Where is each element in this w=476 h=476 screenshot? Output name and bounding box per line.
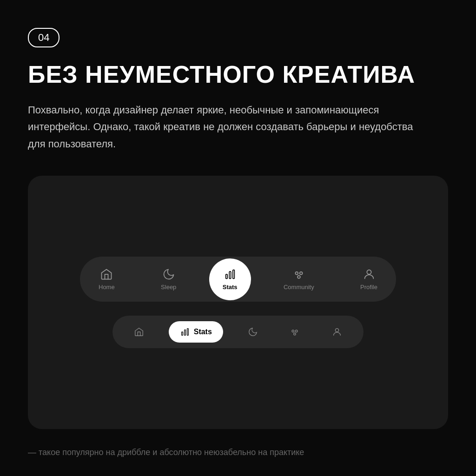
tab2-community[interactable]: [282, 321, 307, 343]
badge-label: 04: [38, 32, 49, 44]
svg-rect-7: [181, 332, 183, 335]
home-icon-2: [134, 327, 144, 337]
community-icon-2: [290, 327, 300, 337]
tab-bar-1: Home Sleep Stats: [80, 257, 396, 302]
moon-icon: [162, 268, 175, 281]
svg-point-4: [300, 272, 303, 275]
profile-icon-2: [332, 327, 342, 337]
tab2-sleep[interactable]: [240, 321, 265, 343]
profile-icon: [363, 268, 376, 281]
tab-home-label: Home: [99, 284, 115, 291]
svg-rect-2: [232, 270, 234, 279]
tab-home[interactable]: Home: [89, 262, 124, 296]
home-icon: [100, 268, 113, 281]
tab-profile-label: Profile: [360, 284, 377, 291]
svg-point-5: [298, 276, 300, 278]
stats-icon-2: [180, 327, 190, 337]
tab2-stats[interactable]: Stats: [169, 321, 223, 343]
tab-bar-2: Stats: [112, 316, 364, 348]
svg-rect-1: [229, 271, 231, 278]
tab2-profile[interactable]: [324, 321, 350, 343]
community-icon: [292, 268, 305, 281]
svg-point-6: [367, 270, 371, 274]
svg-point-12: [294, 333, 296, 335]
svg-point-3: [295, 272, 298, 275]
tab2-home[interactable]: [126, 321, 152, 343]
tab-stats-label: Stats: [223, 284, 238, 291]
description-text: Похвально, когда дизайнер делает яркие, …: [28, 102, 428, 152]
tab-community[interactable]: Community: [274, 262, 324, 296]
tab2-stats-label: Stats: [194, 328, 212, 336]
badge: 04: [28, 28, 60, 47]
svg-rect-0: [225, 274, 227, 278]
moon-icon-2: [248, 327, 258, 337]
svg-point-13: [335, 329, 338, 332]
tab-sleep-label: Sleep: [161, 284, 176, 291]
demo-area: Home Sleep Stats: [28, 176, 448, 429]
tab-community-label: Community: [284, 284, 314, 291]
svg-rect-9: [187, 329, 188, 336]
footer-text: — такое популярно на дриббле и абсолютно…: [28, 448, 448, 457]
svg-point-11: [296, 330, 298, 332]
tab-stats[interactable]: Stats: [213, 262, 247, 296]
tab-sleep[interactable]: Sleep: [152, 262, 185, 296]
tab-profile[interactable]: Profile: [351, 262, 387, 296]
svg-rect-8: [184, 330, 185, 335]
page-title: БЕЗ НЕУМЕСТНОГО КРЕАТИВА: [28, 61, 448, 88]
stats-icon: [224, 268, 237, 281]
svg-point-10: [292, 330, 294, 332]
